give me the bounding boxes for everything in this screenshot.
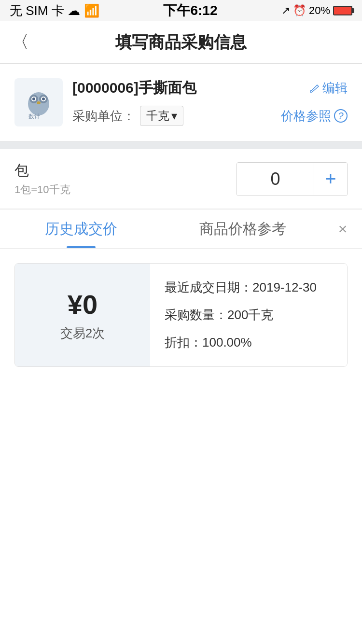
product-header: [0000006]手撕面包 编辑 <box>72 78 348 98</box>
unit-left: 采购单位： 千克 ▾ <box>72 106 183 126</box>
svg-point-7 <box>37 101 41 104</box>
status-time: 下午6:12 <box>163 1 217 20</box>
quantity-row: 包 1包=10千克 + <box>0 149 362 209</box>
quantity-detail-label: 采购数量： <box>165 308 227 322</box>
discount-label: 折扣： <box>165 335 202 350</box>
svg-point-5 <box>32 98 35 100</box>
tab-history-price[interactable]: 历史成交价 <box>0 210 162 248</box>
date-value: 2019-12-30 <box>252 280 317 294</box>
back-button[interactable]: 〈 <box>12 30 29 54</box>
history-quantity-row: 采购数量：200千克 <box>165 306 333 324</box>
nav-bar: 〈 填写商品采购信息 <box>0 21 362 64</box>
status-right: ↗ ⏰ 20% <box>281 4 352 17</box>
product-owl-icon: 数计 <box>22 85 56 119</box>
battery-percent: 20% <box>309 4 330 17</box>
svg-text:数计: 数计 <box>28 113 40 119</box>
quantity-label: 包 1包=10千克 <box>14 161 70 197</box>
tabs-panel: 历史成交价 商品价格参考 × ¥0 交易2次 最近成交日期：2019-12-30… <box>0 209 362 381</box>
tab-price-ref-label: 商品价格参考 <box>199 219 286 239</box>
history-trades: 交易2次 <box>60 325 105 342</box>
quantity-conversion: 1包=10千克 <box>14 182 70 197</box>
history-card: ¥0 交易2次 最近成交日期：2019-12-30 采购数量：200千克 折扣：… <box>14 263 348 367</box>
product-image: 数计 <box>14 78 63 126</box>
history-price-section: ¥0 交易2次 <box>15 264 150 366</box>
quantity-plus-button[interactable]: + <box>314 163 347 196</box>
alarm-icon: ⏰ <box>293 4 306 17</box>
discount-value: 100.00% <box>202 335 252 350</box>
quantity-input[interactable] <box>237 163 314 196</box>
product-unit-row: 采购单位： 千克 ▾ 价格参照 ? <box>72 106 348 126</box>
quantity-detail-value: 200千克 <box>227 308 273 322</box>
history-price: ¥0 <box>68 289 97 320</box>
location-icon: ↗ <box>281 4 290 17</box>
quantity-unit: 包 <box>14 161 70 181</box>
price-ref-button[interactable]: 价格参照 ? <box>281 108 348 125</box>
page-title: 填写商品采购信息 <box>115 31 247 54</box>
price-ref-label: 价格参照 <box>281 108 331 125</box>
section-divider <box>0 141 362 149</box>
status-bar: 无 SIM 卡 ☁ 📶 下午6:12 ↗ ⏰ 20% <box>0 0 362 21</box>
currency-symbol: ¥ <box>68 289 83 320</box>
wifi-icon: 📶 <box>84 3 99 18</box>
history-detail-section: 最近成交日期：2019-12-30 采购数量：200千克 折扣：100.00% <box>150 264 347 366</box>
quantity-input-group: + <box>237 162 348 196</box>
tab-history-label: 历史成交价 <box>45 219 117 239</box>
product-info: [0000006]手撕面包 编辑 采购单位： 千克 ▾ 价格参照 ? <box>72 78 348 126</box>
unit-text: 采购单位： <box>72 108 135 125</box>
tabs-close-button[interactable]: × <box>323 210 362 248</box>
unit-dropdown[interactable]: 千克 ▾ <box>140 106 183 126</box>
history-content: ¥0 交易2次 最近成交日期：2019-12-30 采购数量：200千克 折扣：… <box>0 249 362 381</box>
price-value: 0 <box>83 289 97 320</box>
help-icon: ? <box>334 109 348 123</box>
tabs-header: 历史成交价 商品价格参考 × <box>0 210 362 249</box>
history-date-row: 最近成交日期：2019-12-30 <box>165 278 333 297</box>
close-icon: × <box>338 220 348 238</box>
unit-value: 千克 <box>146 108 169 124</box>
product-card: 数计 [0000006]手撕面包 编辑 采购单位： 千克 ▾ 价格参照 <box>0 64 362 141</box>
edit-button[interactable]: 编辑 <box>310 80 348 97</box>
edit-icon <box>310 83 320 94</box>
battery-icon <box>333 6 352 15</box>
sim-label: 无 SIM 卡 ☁ <box>10 2 80 19</box>
date-label: 最近成交日期： <box>165 280 252 294</box>
tab-price-reference[interactable]: 商品价格参考 <box>162 210 323 248</box>
status-left: 无 SIM 卡 ☁ 📶 <box>10 2 99 19</box>
bottom-space <box>0 381 362 644</box>
dropdown-chevron-icon: ▾ <box>171 109 177 123</box>
edit-label: 编辑 <box>322 80 348 97</box>
product-name: [0000006]手撕面包 <box>72 78 196 98</box>
history-discount-row: 折扣：100.00% <box>165 333 333 352</box>
svg-point-6 <box>42 98 45 100</box>
